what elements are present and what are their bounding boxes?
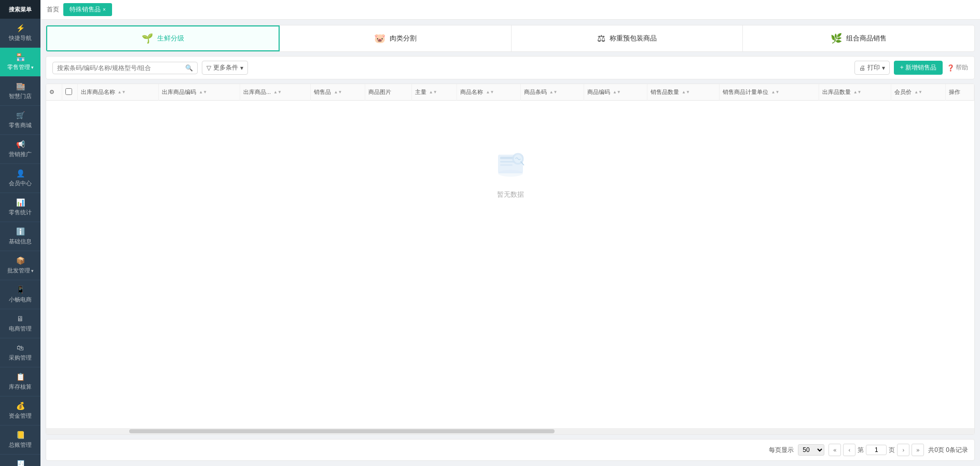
sidebar-item-retail-stats[interactable]: 📊 零售统计 (0, 193, 40, 222)
chevron-down-icon: ▾ (240, 64, 243, 72)
sort-icon: ▲▼ (273, 90, 282, 94)
toolbar-left: 🔍 ▽ 更多条件 ▾ (52, 61, 248, 75)
tab-meat-cut[interactable]: 🐷 肉类分割 (280, 25, 512, 51)
th-operations: 操作 (946, 84, 974, 101)
wholesale-icon: 📦 (16, 256, 25, 265)
page-number-input[interactable] (866, 445, 887, 455)
home-breadcrumb[interactable]: 首页 (47, 5, 59, 14)
th-goods-image: 商品图片 (365, 84, 411, 101)
sales-promo-icon: 📢 (16, 140, 25, 148)
th-settings[interactable]: ⚙ (46, 84, 62, 101)
th-sale-unit[interactable]: 销售商品计量单位 ▲▼ (720, 84, 819, 101)
ledger-icon: 📒 (16, 431, 25, 439)
th-goods-barcode[interactable]: 商品条码 ▲▼ (520, 84, 584, 101)
active-tab-label: 特殊销售品 (70, 5, 101, 14)
empty-text: 暂无数据 (497, 190, 524, 199)
sidebar-item-ecom-mgmt[interactable]: 🖥 电商管理 (0, 309, 40, 338)
active-tab[interactable]: 特殊销售品 × (63, 3, 112, 16)
member-center-icon: 👤 (16, 169, 25, 177)
empty-state: 暂无数据 (46, 101, 974, 241)
close-tab-button[interactable]: × (103, 7, 106, 12)
sidebar-item-wholesale-mgmt[interactable]: 📦 批发管理 ▾ (0, 251, 40, 280)
sidebar-item-retail-mall[interactable]: 🛒 零售商城 (0, 106, 40, 135)
mini-ecom-icon: 📱 (16, 285, 25, 294)
chevron-down-icon: ▾ (31, 65, 34, 70)
th-goods-name[interactable]: 商品名称 ▲▼ (457, 84, 520, 101)
combo-icon: 🌿 (831, 33, 842, 44)
sidebar-item-retail-mgmt[interactable]: 🏪 零售管理 ▾ (0, 48, 40, 77)
weight-prepack-icon: ⚖ (597, 33, 605, 44)
prev-page-button[interactable]: ‹ (843, 444, 855, 456)
sidebar-item-label: 库存核算 (9, 383, 32, 391)
last-page-button[interactable]: » (912, 444, 924, 456)
category-tabs: 🌱 生鲜分级 🐷 肉类分割 ⚖ 称重预包装商品 🌿 组合商品销售 (46, 25, 975, 52)
th-out-goods-code[interactable]: 出库商品编码 ▲▼ (159, 84, 240, 101)
sidebar-item-purchase-mgmt[interactable]: 🛍 采购管理 (0, 338, 40, 367)
help-button[interactable]: ❓ 帮助 (947, 63, 968, 72)
next-page-button[interactable]: › (897, 444, 909, 456)
sidebar-item-label: 零售管理 (7, 63, 30, 71)
th-out-goods-name[interactable]: 出库商品名称 ▲▼ (77, 84, 159, 101)
sort-icon: ▲▼ (771, 90, 780, 94)
sidebar-item-inventory[interactable]: 📋 库存核算 (0, 367, 40, 396)
fresh-grade-icon: 🌱 (142, 33, 153, 44)
inventory-icon: 📋 (16, 373, 25, 381)
add-label: + 新增销售品 (900, 63, 936, 72)
sidebar-item-smart-store[interactable]: 🏬 智慧门店 (0, 77, 40, 106)
horizontal-scrollbar[interactable] (46, 428, 974, 434)
table-scroll[interactable]: ⚙ 出库商品名称 ▲▼ 出库商品编码 ▲▼ 出库商品... (46, 84, 974, 427)
sidebar-item-label: 电商管理 (9, 325, 32, 333)
toolbar: 🔍 ▽ 更多条件 ▾ 🖨 打印 ▾ + 新增销售品 ❓ (46, 56, 975, 79)
page-body: 🌱 生鲜分级 🐷 肉类分割 ⚖ 称重预包装商品 🌿 组合商品销售 🔍 (40, 20, 980, 466)
tab-combo[interactable]: 🌿 组合商品销售 (743, 25, 974, 51)
sidebar-item-label: 营销推广 (9, 150, 32, 158)
sidebar-item-member-center[interactable]: 👤 会员中心 (0, 164, 40, 193)
sort-icon: ▲▼ (334, 90, 342, 94)
th-goods-code[interactable]: 商品编码 ▲▼ (584, 84, 647, 101)
chevron-down-icon: ▾ (31, 268, 34, 273)
select-all-checkbox[interactable] (65, 88, 72, 95)
print-label: 打印 (867, 63, 880, 72)
per-page-label: 每页显示 (769, 446, 794, 455)
sidebar-item-quick-nav[interactable]: ⚡ 快捷导航 (0, 19, 40, 48)
page-label-post: 页 (889, 446, 895, 455)
sidebar-item-invoice-mgmt[interactable]: 🧾 发票管理 (0, 455, 40, 466)
sidebar-item-basic-info[interactable]: ℹ️ 基础信息 (0, 222, 40, 251)
sidebar-item-label: 零售商城 (9, 121, 32, 129)
th-out-qty[interactable]: 出库品数量 ▲▼ (819, 84, 891, 101)
th-checkbox[interactable] (62, 84, 77, 101)
filter-label: 更多条件 (213, 63, 238, 72)
th-sale-qty[interactable]: 销售品数量 ▲▼ (647, 84, 720, 101)
th-out-goods-short[interactable]: 出库商品... ▲▼ (240, 84, 311, 101)
sidebar-item-label: 总账管理 (9, 441, 32, 449)
sidebar-item-general-ledger[interactable]: 📒 总账管理 (0, 426, 40, 455)
search-box[interactable]: 🔍 (52, 62, 198, 74)
print-button[interactable]: 🖨 打印 ▾ (854, 61, 890, 75)
sidebar-item-sales-promo[interactable]: 📢 营销推广 (0, 135, 40, 164)
tab-weight-prepack[interactable]: ⚖ 称重预包装商品 (512, 25, 743, 51)
sidebar-item-label: 批发管理 (7, 267, 30, 275)
toolbar-right: 🖨 打印 ▾ + 新增销售品 ❓ 帮助 (854, 61, 968, 75)
per-page-select[interactable]: 50 10 20 100 (798, 444, 824, 456)
th-member-price[interactable]: 会员价 ▲▼ (891, 84, 946, 101)
tab-weight-prepack-label: 称重预包装商品 (610, 34, 657, 43)
filter-button[interactable]: ▽ 更多条件 ▾ (202, 61, 248, 75)
sidebar-item-mini-ecom[interactable]: 📱 小畅电商 (0, 280, 40, 309)
scrollbar-thumb[interactable] (129, 429, 555, 433)
add-button[interactable]: + 新增销售品 (894, 61, 943, 75)
sidebar-item-label: 零售统计 (9, 209, 32, 216)
th-sale-goods[interactable]: 销售品 ▲▼ (311, 84, 365, 101)
smart-store-icon: 🏬 (16, 82, 25, 90)
first-page-button[interactable]: « (829, 444, 841, 456)
total-label: 共0页 0条记录 (928, 446, 968, 455)
sidebar-logo[interactable]: 搜索菜单 (0, 0, 40, 19)
sort-icon: ▲▼ (118, 90, 126, 94)
search-input[interactable] (57, 64, 183, 72)
sidebar-item-finance[interactable]: 💰 资金管理 (0, 396, 40, 426)
svg-rect-4 (500, 164, 513, 166)
sidebar-item-label: 基础信息 (9, 238, 32, 245)
tab-fresh-grade[interactable]: 🌱 生鲜分级 (46, 25, 280, 51)
sort-icon: ▲▼ (549, 90, 558, 94)
th-weight[interactable]: 主量 ▲▼ (411, 84, 457, 101)
pagination-bar: 每页显示 50 10 20 100 « ‹ 第 页 › » 共0页 0条记录 (46, 439, 975, 461)
